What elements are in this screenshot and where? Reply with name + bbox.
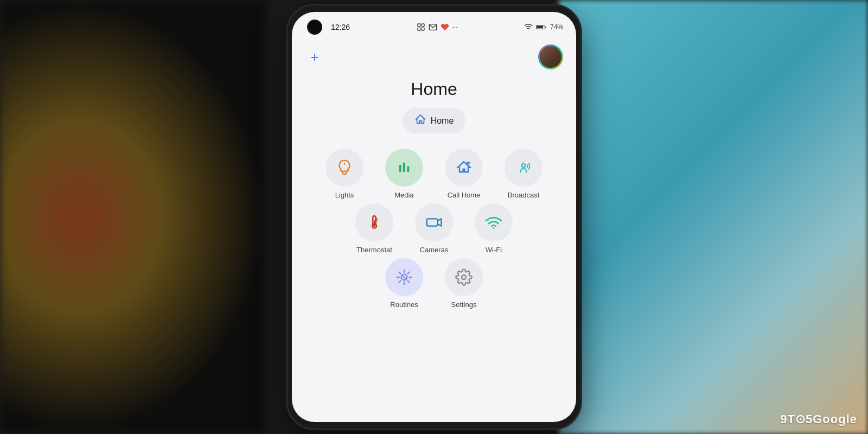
routines-label: Routines [390, 301, 418, 309]
thermostat-icon-circle [355, 203, 393, 241]
svg-line-29 [399, 281, 401, 283]
phone-screen: 12:26 [292, 12, 576, 422]
battery-icon [536, 23, 547, 31]
settings-icon-circle [445, 258, 483, 296]
thermostat-label: Thermostat [356, 246, 392, 254]
lights-icon [336, 159, 353, 176]
home-chip-icon [414, 113, 426, 128]
top-bar: + [303, 40, 565, 74]
svg-line-27 [408, 281, 410, 283]
media-icon-circle [385, 149, 423, 187]
app-content: + Home Home [292, 36, 576, 422]
add-button[interactable]: + [305, 47, 324, 67]
media-label: Media [394, 191, 413, 199]
svg-line-26 [399, 272, 401, 274]
background-right [559, 0, 868, 434]
svg-rect-3 [422, 28, 424, 30]
grid-item-media[interactable]: Media [377, 149, 431, 199]
routines-icon [395, 269, 413, 286]
broadcast-icon-circle [505, 149, 542, 187]
svg-point-20 [493, 227, 495, 229]
svg-rect-5 [545, 27, 546, 28]
routines-icon-circle [385, 258, 423, 296]
settings-label: Settings [451, 301, 477, 309]
status-bar: 12:26 [292, 12, 576, 36]
grid-row-1: Lights Media [317, 149, 551, 199]
svg-rect-6 [537, 26, 543, 29]
grid-item-cameras[interactable]: Cameras [407, 203, 461, 254]
grid-row-3: Routines Settings [377, 258, 491, 309]
broadcast-icon [515, 159, 532, 176]
phone-frame: 12:26 [288, 5, 580, 429]
svg-line-30 [402, 275, 406, 279]
home-chip[interactable]: Home [403, 108, 466, 133]
svg-rect-1 [422, 24, 424, 27]
wifi-status-icon [524, 23, 533, 31]
callhome-label: Call Home [448, 191, 481, 199]
grid-item-wifi[interactable]: Wi-Fi [467, 203, 521, 254]
cameras-label: Cameras [420, 246, 449, 254]
svg-point-12 [522, 164, 526, 168]
lights-icon-circle [326, 149, 363, 187]
svg-line-28 [408, 272, 410, 274]
wifi-label: Wi-Fi [486, 246, 502, 254]
grid-item-lights[interactable]: Lights [317, 149, 372, 199]
svg-point-16 [373, 225, 375, 227]
svg-rect-19 [427, 219, 438, 226]
callhome-icon-circle [445, 149, 483, 187]
grid-item-settings[interactable]: Settings [437, 258, 491, 309]
battery-percent: 74% [550, 23, 563, 31]
heart-icon [441, 23, 449, 31]
phone-container: 12:26 [288, 5, 580, 429]
cameras-icon-circle [415, 203, 453, 241]
avatar[interactable] [538, 44, 563, 69]
status-right-icons: 74% [524, 23, 563, 31]
lights-label: Lights [335, 191, 354, 199]
grid-item-routines[interactable]: Routines [377, 258, 431, 309]
svg-rect-0 [418, 24, 420, 27]
callhome-icon [455, 159, 473, 176]
svg-rect-2 [418, 28, 420, 30]
broadcast-label: Broadcast [508, 191, 540, 199]
status-middle-icons: ··· [417, 23, 458, 31]
svg-rect-9 [399, 165, 401, 172]
svg-point-31 [462, 275, 466, 279]
settings-icon [455, 269, 473, 286]
wifi-icon-circle [475, 203, 513, 241]
grid-item-callhome[interactable]: Call Home [437, 149, 491, 199]
cameras-icon [425, 214, 443, 231]
wifi-icon [485, 214, 502, 231]
page-title: Home [411, 79, 457, 99]
grid-row-2: Thermostat Cameras [347, 203, 521, 254]
thermostat-icon [366, 214, 383, 231]
status-time: 12:26 [331, 23, 350, 31]
avatar-image [540, 46, 561, 68]
grid-item-broadcast[interactable]: Broadcast [496, 149, 551, 199]
grid-item-thermostat[interactable]: Thermostat [347, 203, 401, 254]
watermark: 9T⊙5Google [780, 412, 857, 426]
house-icon [414, 113, 426, 125]
background-left [0, 0, 266, 434]
media-icon [395, 159, 413, 176]
svg-rect-10 [403, 163, 405, 172]
home-chip-label: Home [431, 116, 454, 126]
svg-rect-11 [407, 166, 409, 172]
svg-rect-7 [419, 120, 422, 124]
grid-icon [417, 23, 425, 31]
mail-icon [429, 23, 437, 31]
